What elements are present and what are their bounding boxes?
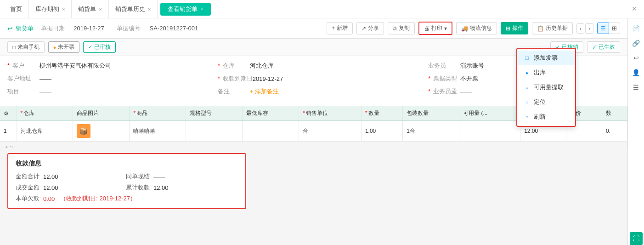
payment-info: 收款信息 金额合计 12.00 同单现结 —— [7,153,246,209]
subtotal-label: 小计 [0,142,627,148]
logistics-button[interactable]: 🚚 物流信息 [456,22,497,34]
sales-order-icon: ↩ [7,25,13,32]
print-icon: 🖨 [424,25,429,32]
sidebar-list-icon[interactable]: ☰ [630,81,643,94]
deal-amount-value: 12.00 [43,184,58,191]
print-button[interactable]: 🖨 打印 ▾ [418,22,452,35]
tab-sales-order[interactable]: 销货单 × [72,0,108,18]
warehouse-field: * 仓库 河北仓库 [218,62,410,70]
outbound-icon: ● [524,69,530,76]
available-qty-icon: ○ [524,84,530,91]
row-sales-unit: 台 [299,121,362,142]
same-order-field: 同单现结 —— [126,172,218,181]
close-view-sales-icon[interactable]: × [200,6,203,12]
effective-button[interactable]: ✓ 已生效 [587,41,620,53]
tab-inventory[interactable]: 库存期初 × [29,0,72,18]
grid-view-button[interactable]: ⊞ [609,23,620,34]
col-amount: 数 [602,106,627,121]
dropdown-available-qty[interactable]: ○ 可用量提取 [517,80,575,95]
tab-view-sales-label: 查看销货单 [168,5,198,13]
doc-header: ↩ 销货单 单据日期 2019-12-27 单据编号 SA-20191227-0… [0,18,627,39]
close-inventory-icon[interactable]: × [62,6,65,12]
share-button[interactable]: ↗ 分享 [356,22,384,34]
close-sales-history-icon[interactable]: × [148,6,151,12]
next-arrow[interactable]: › [585,23,593,34]
history-label: 历史单据 [546,24,568,32]
not-open-label: 未开票 [58,43,74,51]
tab-home-label: 首页 [10,5,22,13]
note-label: 备注 [218,88,230,95]
print-label: 打印 [431,24,442,32]
payment-rows: 金额合计 12.00 同单现结 —— 成交金额 12.00 [16,172,238,203]
col-quantity: *数量 [361,106,402,121]
history-icon: 📋 [537,25,544,32]
owed-label: 本单欠款 [16,194,40,203]
row-warehouse: 河北仓库 [17,121,73,142]
payment-date-field: * 收款到期日 2019-12-27 [218,74,410,83]
not-open-button[interactable]: ● 未开票 [48,41,80,53]
payment-title: 收款信息 [16,160,238,168]
sidebar-doc-icon[interactable]: 📄 [630,22,643,35]
amount-total-field: 金额合计 12.00 [16,172,107,181]
doc-number-value: SA-20191227-001 [150,25,198,32]
from-phone-button[interactable]: □ 来自手机 [7,41,45,53]
close-all-button[interactable]: × [628,4,640,14]
owed-value: 0.00 [43,195,55,202]
project-value: —— [40,88,51,95]
verify-button[interactable]: ✓ 已审核 [83,41,116,53]
tab-sales-history-label: 销货单历史 [115,5,145,13]
invoice-icon: □ [524,55,530,61]
list-view-button[interactable]: ☰ [597,23,609,34]
ticket-type-label: 票据类型 [433,75,457,82]
accumulated-value: 12.00 [153,184,169,191]
payment-date-label: 收款到期日 [223,75,253,82]
tab-sales-history[interactable]: 销货单历史 × [109,0,158,18]
share-label: 分享 [368,24,379,32]
product-image: 📦 [77,124,90,138]
add-note-button[interactable]: + 添加备注 [250,87,279,96]
row-quantity: 1.00 [361,121,402,142]
salesperson-label: 业务员 [428,62,446,69]
doc-title: ↩ 销货单 [7,24,34,33]
copy-button[interactable]: ⧉ 复制 [388,22,415,34]
col-settings: ⚙ [0,106,17,121]
sidebar-expand-icon[interactable]: ⛶ [630,232,643,245]
sidebar-user-icon[interactable]: 👤 [630,66,643,79]
copy-icon: ⧉ [393,25,397,32]
amount-total-label: 金额合计 [16,172,40,181]
dropdown-refresh[interactable]: ○ 刷新 [517,109,575,124]
tab-view-sales[interactable]: 查看销货单 × [160,3,210,16]
tab-bar: 首页 库存期初 × 销货单 × 销货单历史 × 查看销货单 × × [0,0,644,18]
address-field: 客户地址 —— [7,74,199,83]
prev-arrow[interactable]: ‹ [576,23,585,34]
print-dropdown-icon: ▾ [444,25,447,32]
history-button[interactable]: 📋 历史单据 [532,22,573,34]
row-available [459,121,520,142]
close-sales-order-icon[interactable]: × [99,6,102,12]
dropdown-outbound[interactable]: ● 出库 [517,65,575,80]
doc-meta: 单据日期 2019-12-27 单据编号 SA-20191227-001 [41,24,209,33]
main-container: ↩ 销货单 单据日期 2019-12-27 单据编号 SA-20191227-0… [0,18,644,245]
copy-label: 复制 [399,24,410,32]
sidebar-link-icon[interactable]: 🔗 [630,37,643,50]
same-order-value: —— [153,173,165,180]
row-product: 嘻嘻嘻嘻 [130,121,186,142]
new-button[interactable]: + 新增 [327,22,352,34]
tab-home[interactable]: 首页 [4,0,29,18]
salesperson-value: 演示账号 [460,62,484,70]
dropdown-add-invoice[interactable]: □ 添加发票 [517,51,575,65]
note-field: 备注 + 添加备注 [218,87,410,96]
col-sales-unit: *销售单位 [299,106,362,121]
from-phone-label: 来自手机 [17,43,40,51]
phone-icon: □ [12,45,16,50]
row-min-stock [243,121,299,142]
logistics-label: 物流信息 [470,24,492,32]
row-amount: 0. [602,121,627,142]
dropdown-locate[interactable]: ○ 定位 [517,95,575,109]
refresh-label: 刷新 [534,113,546,121]
right-sidebar: 📄 🔗 ↩ 👤 ☰ ⛶ [627,18,644,245]
tab-sales-order-label: 销货单 [78,5,96,13]
operate-button[interactable]: ⊞ 操作 [501,22,528,34]
sidebar-return-icon[interactable]: ↩ [630,51,643,64]
locate-icon: ○ [524,99,530,105]
